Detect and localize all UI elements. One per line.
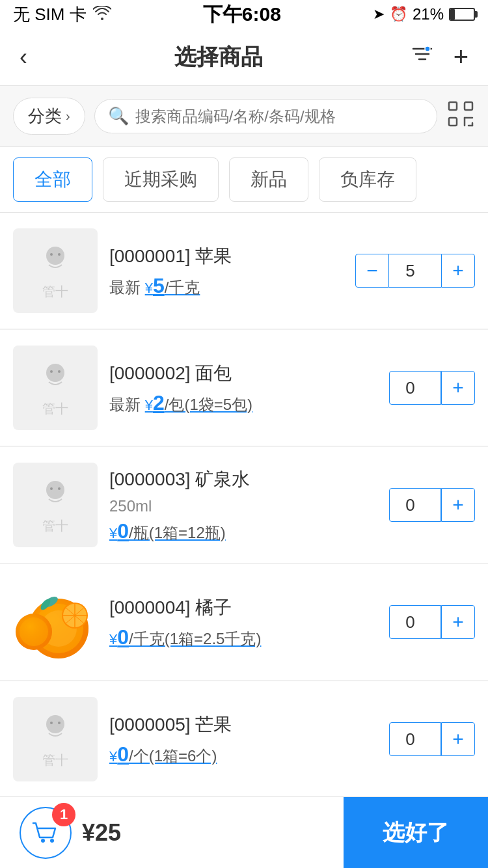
product-thumb-0000005: 管十 [13,697,98,781]
svg-point-11 [46,247,64,265]
page-title: 选择商品 [174,42,263,72]
product-spec-0000003: 250ml [109,497,377,515]
qty-control-0000005: + [389,722,475,756]
tab-negative[interactable]: 负库存 [319,157,416,202]
svg-point-42 [58,722,61,724]
product-name-0000004: [0000004] 橘子 [109,595,377,620]
cart-section: 1 ¥25 [0,807,141,859]
category-label: 分类 [28,105,62,128]
battery-percent: 21% [413,5,444,23]
qty-input-0000002[interactable] [389,371,441,405]
svg-point-54 [50,839,54,843]
product-name-0000001: [0000001] 苹果 [109,244,344,269]
back-button[interactable]: ‹ [20,44,27,71]
product-thumb-0000001: 管十 [13,228,98,313]
product-item-0000005: 管十 [0000005] 芒果 ¥0/个(1箱=6个) + [0,681,488,797]
svg-rect-6 [449,118,457,126]
qty-input-0000004[interactable] [389,605,441,639]
svg-point-15 [58,253,61,256]
product-info-0000005: [0000005] 芒果 ¥0/个(1箱=6个) [109,712,377,766]
product-item-0000002: 管十 [0000002] 面包 最新 ¥2/包(1袋=5包) + [0,330,488,446]
status-carrier: 无 SIM 卡 [13,3,111,26]
product-name-0000003: [0000003] 矿泉水 [109,467,377,492]
bottom-bar: 1 ¥25 选好了 [0,796,488,868]
search-icon: 🔍 [108,106,129,126]
carrier-text: 无 SIM 卡 [13,3,87,26]
qty-minus-0000001[interactable]: − [355,254,389,288]
brand-text: 管十 [42,752,68,769]
qty-plus-0000005[interactable]: + [441,722,475,756]
cart-icon-button[interactable]: 1 [20,807,72,859]
product-info-0000001: [0000001] 苹果 最新 ¥5/千克 [109,244,344,298]
nav-bar: ‹ 选择商品 + [0,29,488,86]
svg-point-20 [58,370,61,373]
owl-logo: 管十 [36,476,75,535]
product-price-0000005: ¥0/个(1箱=6个) [109,742,377,766]
product-price-0000001: 最新 ¥5/千克 [109,274,344,298]
category-chevron-icon: › [66,109,70,124]
qty-input-0000003[interactable] [389,488,441,522]
qty-input-0000001[interactable] [389,254,441,288]
qty-input-0000005[interactable] [389,722,441,756]
product-item-0000004: [0000004] 橘子 ¥0/千克(1箱=2.5千克) + [0,564,488,680]
qty-plus-0000004[interactable]: + [441,605,475,639]
add-icon[interactable]: + [454,42,468,72]
cart-total: ¥25 [82,819,121,847]
owl-logo: 管十 [36,710,75,769]
svg-point-38 [46,715,64,733]
location-icon: ➤ [373,6,385,23]
svg-point-24 [50,487,53,490]
nav-actions: + [411,42,468,72]
search-input[interactable] [135,107,424,126]
owl-logo: 管十 [36,241,75,301]
product-item-0000003: 管十 [0000003] 矿泉水 250ml ¥0/瓶(1箱=12瓶) + [0,447,488,563]
scan-icon[interactable] [446,100,475,133]
svg-point-21 [46,481,64,499]
brand-text: 管十 [42,283,68,301]
product-info-0000004: [0000004] 橘子 ¥0/千克(1箱=2.5千克) [109,595,377,649]
brand-text: 管十 [42,400,68,418]
status-right: ➤ ⏰ 21% [373,5,475,23]
confirm-button[interactable]: 选好了 [344,797,488,869]
qty-plus-0000002[interactable]: + [441,371,475,405]
svg-point-53 [41,839,45,843]
battery-icon [449,8,475,21]
qty-control-0000001: − + [355,254,475,288]
product-thumb-0000002: 管十 [13,346,98,430]
tab-new[interactable]: 新品 [229,157,308,202]
product-price-0000004: ¥0/千克(1箱=2.5千克) [109,625,377,649]
tabs-bar: 全部 近期采购 新品 负库存 [0,147,488,213]
product-price-0000003: ¥0/瓶(1箱=12瓶) [109,519,377,543]
product-thumb-0000003: 管十 [13,463,98,547]
product-name-0000005: [0000005] 芒果 [109,712,377,737]
product-list: 管十 [0000001] 苹果 最新 ¥5/千克 − + 管十 [0000002… [0,213,488,868]
svg-rect-4 [449,102,457,110]
category-button[interactable]: 分类 › [13,98,85,135]
svg-rect-5 [465,102,472,110]
qty-control-0000003: + [389,488,475,522]
tab-all[interactable]: 全部 [13,157,92,202]
alarm-icon: ⏰ [390,6,407,23]
tab-recent[interactable]: 近期采购 [103,157,219,202]
status-bar: 无 SIM 卡 下午6:08 ➤ ⏰ 21% [0,0,488,29]
status-time: 下午6:08 [203,1,281,28]
svg-point-25 [58,487,61,490]
product-price-0000002: 最新 ¥2/包(1袋=5包) [109,391,377,415]
qty-plus-0000003[interactable]: + [441,488,475,522]
svg-point-19 [50,370,53,373]
svg-point-14 [50,253,53,256]
orange-image [13,580,98,664]
product-thumb-0000004 [13,580,98,664]
product-item-0000001: 管十 [0000001] 苹果 最新 ¥5/千克 − + [0,213,488,329]
filter-icon[interactable] [411,42,434,72]
search-bar: 分类 › 🔍 [0,86,488,147]
product-info-0000002: [0000002] 面包 最新 ¥2/包(1袋=5包) [109,361,377,415]
product-name-0000002: [0000002] 面包 [109,361,377,386]
search-input-wrap: 🔍 [94,99,437,133]
qty-control-0000002: + [389,371,475,405]
qty-plus-0000001[interactable]: + [441,254,475,288]
cart-badge: 1 [52,803,75,826]
svg-point-35 [20,617,48,646]
svg-point-3 [425,46,430,51]
brand-text: 管十 [42,517,68,535]
